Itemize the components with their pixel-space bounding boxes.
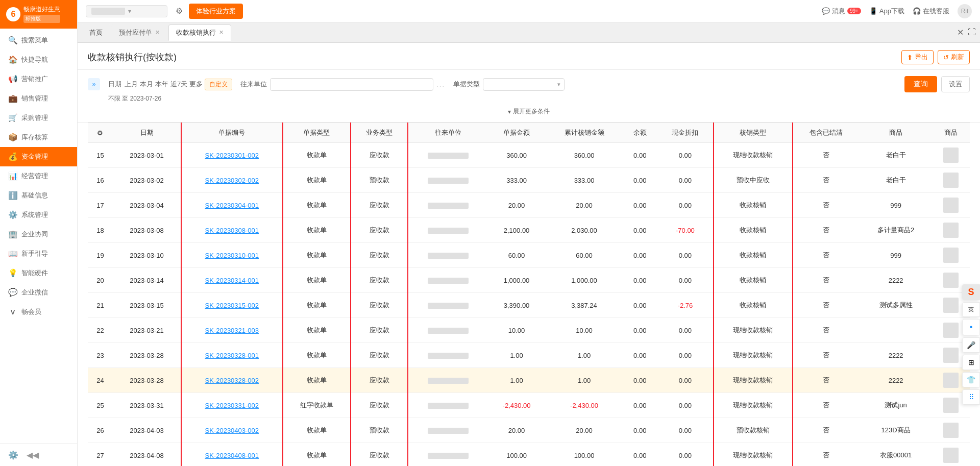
filter-doctype-item: 单据类型 收款单 红字收款单 (453, 78, 565, 91)
cell-amount: 2,100.00 (487, 218, 546, 243)
online-service-button[interactable]: 🎧 在线客服 (913, 7, 949, 16)
cell-balance: 0.00 (623, 268, 657, 293)
col-header-biz-type[interactable]: 业务类型 (351, 123, 408, 143)
doc-num-link[interactable]: SK-20230331-002 (205, 402, 259, 409)
doc-num-link[interactable]: SK-20230310-001 (205, 252, 259, 259)
app-download-button[interactable]: 📱 App下载 (869, 7, 904, 16)
doc-type-select[interactable]: 收款单 红字收款单 (483, 78, 565, 91)
col-header-doc-num[interactable]: 单据编号 (181, 123, 282, 143)
doc-num-link[interactable]: SK-20230408-001 (205, 452, 259, 459)
sidebar-item-search[interactable]: 🔍 搜索菜单 (0, 31, 77, 50)
partner-input[interactable] (270, 78, 433, 91)
col-header-partner[interactable]: 往来单位 (408, 123, 487, 143)
sidebar-item-marketing[interactable]: 📢 营销推广 (0, 69, 77, 89)
sidebar-item-operation[interactable]: 📊 经营管理 (0, 166, 77, 186)
expand-more-button[interactable]: ▾ 展开更多条件 (508, 107, 550, 116)
guide-icon: 📖 (8, 249, 17, 258)
cell-include-settled: 否 (793, 418, 860, 443)
cell-balance: 0.00 (623, 343, 657, 368)
date-this-month[interactable]: 本月 (140, 80, 153, 89)
col-header-product2[interactable]: 商品 (932, 123, 970, 143)
date-range-text: 不限 至 2023-07-26 (108, 95, 161, 102)
date-7days[interactable]: 近7天 (170, 80, 187, 89)
user-avatar[interactable]: Rit (958, 4, 972, 18)
cell-biz-type: 应收款 (351, 193, 408, 218)
col-header-cumulative[interactable]: 累计核销金额 (546, 123, 623, 143)
sidebar-item-sales[interactable]: 💼 销售管理 (0, 89, 77, 108)
solution-button[interactable]: 体验行业方案 (189, 4, 243, 19)
col-header-cancel-type[interactable]: 核销类型 (714, 123, 792, 143)
date-more[interactable]: 更多 (189, 80, 203, 89)
date-this-year[interactable]: 本年 (155, 80, 168, 89)
badge-apps[interactable]: ⠿ (962, 389, 980, 405)
date-last-month[interactable]: 上月 (125, 80, 138, 89)
cell-cash-discount: 0.00 (657, 268, 714, 293)
cell-cash-discount: 0.00 (657, 368, 714, 393)
sidebar-item-system[interactable]: ⚙️ 系统管理 (0, 205, 77, 225)
col-header-include-settled[interactable]: 包含已结清 (793, 123, 860, 143)
col-header-doc-type[interactable]: 单据类型 (283, 123, 351, 143)
doc-num-link[interactable]: SK-20230403-002 (205, 427, 259, 434)
sidebar-item-finance[interactable]: 💰 资金管理 (0, 147, 77, 166)
tab-writeoff[interactable]: 收款核销执行 ✕ (168, 24, 231, 41)
col-header-setting[interactable]: ⚙ (88, 123, 113, 143)
doc-num-link[interactable]: SK-20230328-001 (205, 352, 259, 359)
sidebar-item-purchase[interactable]: 🛒 采购管理 (0, 108, 77, 128)
doc-num-link[interactable]: SK-20230308-001 (205, 227, 259, 234)
doc-num-link[interactable]: SK-20230304-001 (205, 202, 259, 209)
close-window-icon[interactable]: ✕ (957, 28, 964, 37)
doc-num-link[interactable]: SK-20230328-002 (205, 377, 259, 384)
table-row: 212023-03-15SK-20230315-002收款单应收款3,390.0… (88, 293, 970, 318)
cell-row-num: 24 (88, 368, 113, 393)
col-header-date[interactable]: 日期 (113, 123, 181, 143)
badge-english[interactable]: 英 (962, 302, 980, 317)
cell-cumulative: 20.00 (546, 193, 623, 218)
badge-shirt[interactable]: 👕 (962, 372, 980, 387)
cell-doc-type: 收款单 (283, 368, 351, 393)
sidebar-item-enterprise[interactable]: 🏢 企业协同 (0, 225, 77, 244)
close-tab-prepay-icon[interactable]: ✕ (155, 29, 160, 36)
filter-expand-button[interactable]: » (88, 78, 100, 90)
col-header-balance[interactable]: 余额 (623, 123, 657, 143)
doc-num-link[interactable]: SK-20230321-003 (205, 327, 259, 334)
sidebar-item-hardware[interactable]: 💡 智能硬件 (0, 263, 77, 283)
sidebar-item-inventory[interactable]: 📦 库存核算 (0, 128, 77, 147)
collapse-icon[interactable]: ◀◀ (27, 450, 39, 460)
sidebar-item-member[interactable]: V 畅会员 (0, 302, 77, 322)
setting-button[interactable]: 设置 (941, 76, 970, 92)
close-tab-writeoff-icon[interactable]: ✕ (219, 29, 224, 36)
settings-icon[interactable]: ⚙️ (8, 450, 18, 460)
company-selector[interactable]: ▾ (86, 5, 167, 17)
doc-num-link[interactable]: SK-20230314-001 (205, 277, 259, 284)
cell-product2 (932, 418, 970, 443)
cell-partner (408, 318, 487, 343)
tab-home[interactable]: 首页 (82, 24, 110, 41)
tab-prepay[interactable]: 预付应付单 ✕ (111, 24, 167, 41)
s-logo-badge[interactable]: S (962, 284, 980, 300)
doc-num-link[interactable]: SK-20230301-002 (205, 152, 259, 159)
col-header-cash-discount[interactable]: 现金折扣 (657, 123, 714, 143)
page-header-actions: ⬆ 导出 ↺ 刷新 (901, 50, 970, 64)
service-icon: 🎧 (913, 7, 921, 15)
badge-grid[interactable]: ⊞ (962, 355, 980, 370)
sidebar-item-wechat[interactable]: 💬 企业微信 (0, 283, 77, 302)
messages-button[interactable]: 💬 消息 99+ (822, 7, 861, 16)
sidebar-item-basic[interactable]: ℹ️ 基础信息 (0, 186, 77, 205)
doc-num-link[interactable]: SK-20230302-002 (205, 177, 259, 184)
cell-partner (408, 443, 487, 467)
refresh-button[interactable]: ↺ 刷新 (938, 50, 970, 64)
doc-num-link[interactable]: SK-20230315-002 (205, 302, 259, 309)
col-header-amount[interactable]: 单据金额 (487, 123, 546, 143)
export-button[interactable]: ⬆ 导出 (901, 50, 934, 64)
query-button[interactable]: 查询 (904, 76, 937, 92)
sidebar-item-quicknav[interactable]: 🏠 快捷导航 (0, 50, 77, 69)
enterprise-icon: 🏢 (8, 230, 17, 239)
col-header-product[interactable]: 商品 (860, 123, 932, 143)
gear-icon[interactable]: ⚙ (176, 6, 183, 16)
sidebar-item-guide[interactable]: 📖 新手引导 (0, 244, 77, 263)
custom-date-button[interactable]: 自定义 (205, 79, 232, 90)
maximize-icon[interactable]: ⛶ (968, 28, 976, 37)
badge-dot[interactable]: • (962, 319, 980, 335)
table-header-row: ⚙ 日期 单据编号 单据类型 业务类型 往来单位 单据金额 累计核销金额 余额 … (88, 123, 970, 143)
badge-mic[interactable]: 🎤 (962, 337, 980, 353)
